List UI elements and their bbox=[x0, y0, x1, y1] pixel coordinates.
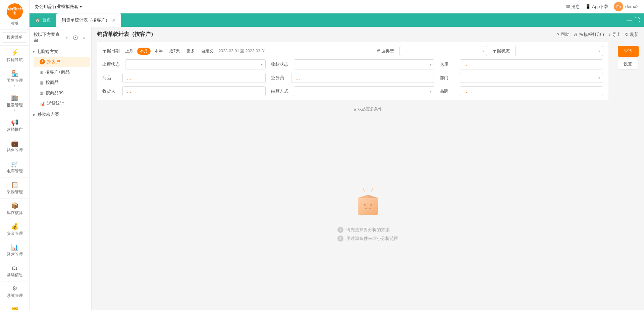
out-status-select[interactable]: ▾ bbox=[125, 59, 266, 69]
scheme-desktop-header[interactable]: ▾ 电脑端方案 bbox=[30, 47, 91, 56]
scheme-item-by-customer[interactable]: 人 按客户 bbox=[34, 57, 90, 67]
ecommerce-label: 电商管理 bbox=[7, 168, 23, 174]
refresh-button[interactable]: ↻ 刷新 bbox=[625, 32, 639, 38]
export-button[interactable]: ↓ 导出 bbox=[609, 32, 621, 38]
department-group: 部门 ▾ bbox=[440, 73, 603, 83]
goods99-icon: ▦ bbox=[40, 91, 44, 96]
department-arrow: ▾ bbox=[598, 76, 600, 80]
svg-marker-3 bbox=[358, 195, 368, 198]
order-status-select[interactable]: ▾ bbox=[515, 46, 603, 56]
warehouse-group: 仓库 ... bbox=[440, 59, 603, 69]
sales-label: 销售管理 bbox=[7, 148, 23, 153]
customer-scheme-icon: 人 bbox=[40, 59, 45, 64]
sidebar-item-basic[interactable]: 🗂 基础信息 bbox=[0, 261, 29, 281]
mobile-section-label: 移动端方案 bbox=[38, 111, 59, 117]
date-tab-this-year[interactable]: 本年 bbox=[152, 48, 165, 55]
out-status-arrow: ▾ bbox=[261, 63, 263, 66]
department-select[interactable]: ▾ bbox=[460, 73, 603, 83]
logo-icon: 畅捷通好生意 bbox=[7, 3, 23, 19]
user-name: demo2 bbox=[625, 4, 639, 9]
date-tab-custom[interactable]: 自定义 bbox=[199, 48, 216, 55]
department-label: 部门 bbox=[440, 75, 457, 81]
print-button[interactable]: 🖨 按模板打印 ▾ bbox=[574, 32, 605, 38]
brand-input[interactable]: ... bbox=[460, 86, 603, 96]
header-right: ✉ 消息 📱 App下载 Ea demo2 bbox=[566, 2, 639, 11]
empty-tip-1: 1 请先选择要分析的方案 bbox=[337, 227, 398, 233]
sidebar-item-system[interactable]: ⚙ 系统管理 bbox=[0, 281, 29, 302]
industry-selector[interactable]: 办公用品行业模拟账套 ▾ bbox=[35, 4, 82, 10]
scheme-item-by-goods[interactable]: ▦ 按商品 bbox=[34, 78, 90, 88]
sidebar-item-ecommerce[interactable]: 🛒 电商管理 bbox=[0, 157, 29, 178]
sidebar-item-sales[interactable]: 💼 销售管理 bbox=[0, 136, 29, 157]
sidebar-item-marketing[interactable]: 📢 营销推广 bbox=[0, 115, 29, 136]
tab-close-button[interactable]: ✕ bbox=[112, 17, 116, 23]
scheme-edit-button[interactable] bbox=[72, 34, 79, 41]
receiver-group: 收货人 ... bbox=[102, 86, 266, 96]
scheme-collapse-button[interactable]: « bbox=[80, 34, 88, 41]
scheme-item-label-1: 按客户+商品 bbox=[45, 69, 70, 75]
message-button[interactable]: ✉ 消息 bbox=[566, 4, 580, 10]
scheme-actions: + « bbox=[63, 34, 88, 41]
home-tab-label: 首页 bbox=[42, 17, 51, 23]
tab-home[interactable]: 🏠 首页 bbox=[30, 13, 56, 27]
order-type-select[interactable]: ▾ bbox=[399, 46, 487, 56]
filter-and-buttons: 单据日期 上月 本月 本年 近7天 更多 自定义 2023-03-01 至 20… bbox=[97, 42, 639, 104]
order-type-arrow: ▾ bbox=[482, 49, 484, 53]
top-header: 办公用品行业模拟账套 ▾ ✉ 消息 📱 App下载 Ea demo2 bbox=[30, 0, 644, 13]
wholesale-icon: 🏬 bbox=[11, 94, 18, 102]
scheme-item-by-goods99[interactable]: ▦ 按商品99 bbox=[34, 88, 90, 98]
tab-minimize-button[interactable]: — bbox=[627, 17, 632, 23]
settings-button[interactable]: 设置 bbox=[618, 59, 638, 69]
sidebar-item-operation[interactable]: 📊 经营管理 bbox=[0, 240, 29, 261]
collapse-bar[interactable]: ∧ 收起更多条件 bbox=[97, 104, 639, 114]
date-tab-7days[interactable]: 近7天 bbox=[167, 48, 182, 55]
help-icon: ? bbox=[557, 32, 559, 37]
date-tab-this-month[interactable]: 本月 bbox=[137, 48, 151, 55]
tip-text-2: 用过滤条件来缩小分析范围 bbox=[346, 236, 398, 242]
sidebar-item-quick-nav[interactable]: ⚡ 快捷导航 bbox=[0, 46, 29, 66]
mobile-section-arrow: ▶ bbox=[33, 113, 36, 116]
salesperson-input[interactable]: ... bbox=[291, 73, 434, 83]
settlement-select[interactable]: ▾ bbox=[294, 86, 434, 96]
svg-point-1 bbox=[75, 37, 76, 38]
filter-row-4: 收货人 ... 结算方式 ▾ bbox=[102, 86, 603, 96]
tab-sales-stats[interactable]: 销货单统计表（按客户） ✕ bbox=[56, 13, 121, 27]
scheme-item-label-4: 退货统计 bbox=[47, 100, 64, 106]
user-menu[interactable]: Ea demo2 bbox=[614, 2, 639, 11]
sidebar-logo: 畅捷通好生意 标版 bbox=[0, 0, 29, 30]
goods-input[interactable]: ... bbox=[122, 73, 266, 83]
sidebar-item-enterprise[interactable]: 🤝 企业协同 bbox=[0, 302, 29, 310]
page-title: 销货单统计表（按客户） bbox=[97, 31, 156, 38]
search-menu-button[interactable]: 搜索菜单 bbox=[2, 32, 27, 43]
help-button[interactable]: ? 帮助 bbox=[557, 32, 569, 38]
date-tab-last-month[interactable]: 上月 bbox=[122, 48, 136, 55]
page-title-bar: 销货单统计表（按客户） ? 帮助 🖨 按模板打印 ▾ ↓ bbox=[97, 31, 639, 38]
finance-icon: 💰 bbox=[11, 223, 18, 230]
app-download-button[interactable]: 📱 App下载 bbox=[585, 4, 608, 10]
scheme-desktop-section: ▾ 电脑端方案 人 按客户 ⊞ 按客户+商品 ▦ bbox=[30, 47, 91, 108]
app-download-label: App下载 bbox=[592, 4, 608, 10]
warehouse-input[interactable]: ... bbox=[460, 59, 603, 69]
goods-icon: ▦ bbox=[40, 80, 44, 85]
empty-icon bbox=[348, 181, 388, 221]
receiver-input[interactable]: ... bbox=[122, 86, 266, 96]
sidebar-item-retail[interactable]: 🏪 零售管理 ▾ bbox=[0, 66, 29, 91]
svg-marker-4 bbox=[368, 195, 378, 198]
warehouse-label: 仓库 bbox=[440, 61, 457, 67]
sidebar-item-purchase[interactable]: 📋 采购管理 bbox=[0, 178, 29, 199]
scheme-add-button[interactable]: + bbox=[63, 34, 70, 41]
sidebar-item-finance[interactable]: 💰 资金管理 bbox=[0, 219, 29, 240]
basic-label: 基础信息 bbox=[7, 272, 23, 278]
scheme-mobile-header[interactable]: ▶ 移动端方案 bbox=[30, 110, 91, 119]
date-tab-more[interactable]: 更多 bbox=[184, 48, 197, 55]
sidebar-item-inventory[interactable]: 📦 库存核算 bbox=[0, 199, 29, 219]
tab-maximize-button[interactable]: ⛶ bbox=[635, 17, 640, 23]
sidebar-item-wholesale[interactable]: 🏬 批发管理 ▴ bbox=[0, 91, 29, 115]
payment-status-select[interactable]: ▾ bbox=[294, 59, 434, 69]
scheme-panel: 按以下方案查询 + « ▾ 电脑端方案 bbox=[30, 27, 92, 310]
scheme-item-by-customer-goods[interactable]: ⊞ 按客户+商品 bbox=[34, 67, 90, 77]
payment-status-group: 收款状态 ▾ bbox=[271, 59, 434, 69]
scheme-item-return-stats[interactable]: 📊 退货统计 bbox=[34, 98, 90, 108]
query-button[interactable]: 查询 bbox=[618, 46, 639, 57]
home-icon: 🏠 bbox=[35, 18, 40, 23]
